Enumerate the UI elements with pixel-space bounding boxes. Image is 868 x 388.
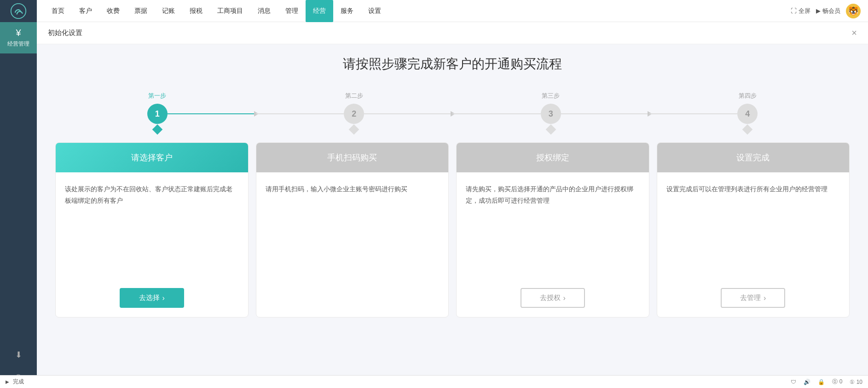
nav-operation[interactable]: 经营 (306, 0, 333, 22)
taskbar-right: 🛡 🔊 🔒 ⓪ 0 ① 10 (791, 378, 862, 386)
main-heading: 请按照步骤完成新客户的开通购买流程 (55, 55, 850, 73)
step-labels-row: 第一步 第二步 第三步 第四步 (55, 91, 850, 100)
download-icon[interactable]: ⬇ (0, 344, 37, 366)
avatar[interactable]: 🐯 (846, 4, 861, 18)
step-3-action-button[interactable]: 去授权 › (521, 288, 585, 308)
main-area: 初始化设置 × 请按照步骤完成新客户的开通购买流程 第一步 第二步 第三步 第四… (37, 22, 868, 375)
sidebar-logo (0, 0, 37, 22)
nav-client[interactable]: 客户 (72, 0, 99, 22)
step-3-card-body: 请先购买，购买后选择开通的产品中的企业用户进行授权绑定，成功后即可进行经营管理 (457, 172, 649, 279)
taskbar-sound-icon: 🔊 (804, 379, 810, 385)
step-2-card-header: 手机扫码购买 (256, 143, 449, 172)
nav-right-area: ⛶ 全屏 ▶ 畅会员 🐯 (791, 4, 861, 18)
step-3-label: 第三步 (542, 92, 560, 99)
step-2-card: 手机扫码购买 请用手机扫码，输入小微企业主账号密码进行购买 (256, 142, 449, 317)
step-3-card-header: 授权绑定 (457, 143, 649, 172)
step-2-card-footer (256, 299, 449, 317)
step-1-diamond (152, 124, 162, 135)
step-3-card-footer: 去授权 › (457, 279, 649, 317)
nav-account[interactable]: 记账 (155, 0, 182, 22)
step-4-label: 第四步 (739, 92, 757, 99)
step-2-label-container: 第二步 (256, 91, 453, 100)
step-3-circle: 3 (541, 104, 561, 124)
svg-point-0 (11, 4, 26, 18)
top-nav: 首页 客户 收费 票据 记账 报税 工商项目 消息 管理 经营 服务 设置 ⛶ … (37, 0, 868, 22)
step-1-action-button[interactable]: 去选择 › (120, 288, 184, 308)
taskbar-shield-icon: 🛡 (791, 379, 796, 385)
fullscreen-btn[interactable]: ⛶ 全屏 (791, 7, 810, 15)
step-4-card: 设置完成 设置完成后可以在管理列表进行所有企业用户的经营管理 去管理 › (657, 142, 850, 317)
step-3-label-container: 第三步 (452, 91, 649, 100)
step-2-diamond (349, 124, 359, 135)
step-2-label: 第二步 (345, 92, 363, 99)
step-1-label-container: 第一步 (59, 91, 256, 100)
taskbar-lock-icon: 🔒 (818, 379, 825, 385)
step-4-diamond (742, 124, 753, 135)
step-4-card-header: 设置完成 (657, 143, 850, 172)
nav-manage[interactable]: 管理 (278, 0, 306, 22)
taskbar-task-count: ① 10 (850, 379, 862, 385)
nav-fee[interactable]: 收费 (99, 0, 127, 22)
step-4-indicator: 4 (649, 104, 846, 133)
step-1-card-header: 请选择客户 (56, 143, 248, 172)
taskbar-play-icon: ▶ (6, 379, 9, 384)
main-content: 请按照步骤完成新客户的开通购买流程 第一步 第二步 第三步 第四步 1 (37, 44, 868, 329)
nav-message[interactable]: 消息 (250, 0, 278, 22)
step-circles-row: 1 2 (55, 100, 850, 133)
nav-bill[interactable]: 票据 (127, 0, 155, 22)
step-2-circle: 2 (344, 104, 364, 124)
step-1-label: 第一步 (148, 92, 166, 99)
sidebar: ¥ 经营管理 ⬇ ◎ (0, 0, 37, 388)
jingying-icon: ¥ (16, 28, 21, 38)
step-4-card-body: 设置完成后可以在管理列表进行所有企业用户的经营管理 (657, 172, 850, 279)
step-1-card-body: 该处展示的客户为不在回收站、客户状态正常建账后完成老板端绑定的所有客户 (56, 172, 248, 279)
vip-icon: ▶ (816, 7, 821, 14)
taskbar-notif-count: ⓪ 0 (832, 378, 842, 386)
nav-business[interactable]: 工商项目 (210, 0, 250, 22)
step-2-card-body: 请用手机扫码，输入小微企业主账号密码进行购买 (256, 172, 449, 299)
vip-btn[interactable]: ▶ 畅会员 (816, 7, 840, 15)
step-3-diamond (545, 124, 556, 135)
step-1-card: 请选择客户 该处展示的客户为不在回收站、客户状态正常建账后完成老板端绑定的所有客… (55, 142, 249, 317)
step-4-circle: 4 (737, 104, 758, 124)
step-3-card: 授权绑定 请先购买，购买后选择开通的产品中的企业用户进行授权绑定，成功后即可进行… (456, 142, 649, 317)
step-4-action-button[interactable]: 去管理 › (721, 288, 785, 308)
step-1-circle: 1 (147, 104, 168, 124)
step-1-card-footer: 去选择 › (56, 279, 248, 317)
nav-tax[interactable]: 报税 (182, 0, 210, 22)
sidebar-item-label: 经营管理 (7, 40, 29, 48)
taskbar: ▶ 完成 🛡 🔊 🔒 ⓪ 0 ① 10 (0, 375, 868, 388)
step-2-indicator: 2 (256, 104, 453, 133)
nav-service[interactable]: 服务 (333, 0, 361, 22)
close-button[interactable]: × (851, 28, 857, 38)
nav-home[interactable]: 首页 (44, 0, 72, 22)
nav-settings[interactable]: 设置 (361, 0, 388, 22)
page-header: 初始化设置 × (37, 22, 868, 44)
taskbar-status: 完成 (13, 378, 24, 386)
sidebar-item-jingying[interactable]: ¥ 经营管理 (0, 22, 37, 53)
step-4-label-container: 第四步 (649, 91, 846, 100)
step-4-arrow-icon: › (764, 294, 766, 302)
step-4-card-footer: 去管理 › (657, 279, 850, 317)
step-3-indicator: 3 (452, 104, 649, 133)
fullscreen-icon: ⛶ (791, 7, 797, 14)
step-1-arrow-icon: › (162, 294, 165, 302)
cards-row: 请选择客户 该处展示的客户为不在回收站、客户状态正常建账后完成老板端绑定的所有客… (55, 142, 850, 317)
step-3-arrow-icon: › (563, 294, 566, 302)
page-title: 初始化设置 (48, 29, 82, 37)
step-1-indicator: 1 (59, 104, 256, 133)
